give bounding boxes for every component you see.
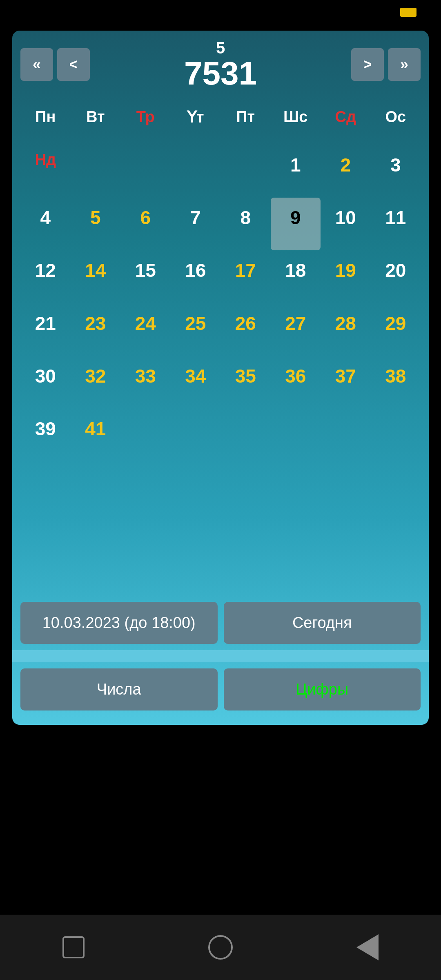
back-icon <box>356 934 379 960</box>
battery-icon <box>400 8 416 17</box>
day-cell[interactable]: 21 <box>20 303 71 356</box>
day-cell[interactable]: 25 <box>171 303 221 356</box>
weekday-header: Үт <box>171 102 221 145</box>
day-cell[interactable]: 30 <box>20 356 71 409</box>
next-next-button[interactable]: » <box>388 48 421 81</box>
day-cell[interactable]: 11 <box>371 198 421 250</box>
calendar-grid: ПнВтТрҮтПтШсСдОсНд1234567891011121415161… <box>20 102 421 492</box>
day-cell[interactable]: 7 <box>171 198 221 250</box>
day-cell[interactable]: 16 <box>171 250 221 303</box>
date-button[interactable]: 10.03.2023 (до 18:00) <box>20 602 218 644</box>
weekday-header: Пн <box>20 102 71 145</box>
home-icon <box>208 935 233 960</box>
day-cell <box>220 409 271 461</box>
day-cell[interactable]: 19 <box>321 250 371 303</box>
weekday-header: Вт <box>71 102 121 145</box>
weekday-header: Пт <box>220 102 271 145</box>
day-cell[interactable]: 28 <box>321 303 371 356</box>
today-button[interactable]: Сегодня <box>224 602 421 644</box>
day-cell[interactable]: 39 <box>20 409 71 461</box>
year-number: 7531 <box>184 57 257 90</box>
day-cell[interactable]: 37 <box>321 356 371 409</box>
day-cell <box>271 409 321 461</box>
digits-button[interactable]: Цифры <box>224 668 421 710</box>
day-cell[interactable]: 15 <box>120 250 171 303</box>
day-cell[interactable]: 38 <box>371 356 421 409</box>
home-button[interactable] <box>206 933 235 962</box>
weekday-header: Ос <box>371 102 421 145</box>
recent-apps-button[interactable] <box>59 933 88 962</box>
day-cell[interactable]: 24 <box>120 303 171 356</box>
bottom-area: 10.03.2023 (до 18:00) Сегодня Числа Цифр… <box>20 602 421 717</box>
header: « < 5 7531 > » <box>20 39 421 90</box>
left-nav-buttons: « < <box>20 48 90 81</box>
day-cell[interactable]: 9 <box>271 198 321 250</box>
day-cell <box>71 145 121 198</box>
recent-apps-icon <box>62 936 85 958</box>
day-cell[interactable]: 27 <box>271 303 321 356</box>
day-cell <box>220 145 271 198</box>
day-cell[interactable]: 14 <box>71 250 121 303</box>
day-cell <box>371 409 421 461</box>
day-cell <box>321 409 371 461</box>
day-cell[interactable]: 10 <box>321 198 371 250</box>
day-cell[interactable]: 6 <box>120 198 171 250</box>
day-cell[interactable]: 8 <box>220 198 271 250</box>
day-cell <box>20 461 71 492</box>
app-container: « < 5 7531 > » ПнВтТрҮтПтШсСдОсНд1234567… <box>12 31 429 725</box>
day-cell <box>120 409 171 461</box>
day-cell[interactable]: 3 <box>371 145 421 198</box>
day-cell[interactable]: 23 <box>71 303 121 356</box>
numbers-button[interactable]: Числа <box>20 668 218 710</box>
back-button[interactable] <box>353 933 382 962</box>
day-cell[interactable]: 34 <box>171 356 221 409</box>
day-cell[interactable]: 1 <box>271 145 321 198</box>
day-cell[interactable]: 5 <box>71 198 121 250</box>
navigation-bar <box>0 915 441 980</box>
status-bar <box>0 0 441 24</box>
day-cell[interactable]: 12 <box>20 250 71 303</box>
weekday-header: Нд <box>20 145 71 198</box>
day-cell <box>171 409 221 461</box>
prev-button[interactable]: < <box>57 48 90 81</box>
day-cell[interactable]: 2 <box>321 145 371 198</box>
day-cell[interactable]: 32 <box>71 356 121 409</box>
day-cell <box>171 145 221 198</box>
prev-prev-button[interactable]: « <box>20 48 53 81</box>
weekday-header: Сд <box>321 102 371 145</box>
day-cell[interactable]: 20 <box>371 250 421 303</box>
weekday-header: Шс <box>271 102 321 145</box>
right-nav-buttons: > » <box>351 48 421 81</box>
month-number: 5 <box>216 39 225 57</box>
bottom-row-2: Числа Цифры <box>20 668 421 710</box>
separator-bar <box>12 650 429 662</box>
day-cell[interactable]: 29 <box>371 303 421 356</box>
day-cell[interactable]: 35 <box>220 356 271 409</box>
day-cell[interactable]: 17 <box>220 250 271 303</box>
day-cell[interactable]: 26 <box>220 303 271 356</box>
day-cell[interactable]: 41 <box>71 409 121 461</box>
day-cell[interactable]: 33 <box>120 356 171 409</box>
day-cell[interactable]: 4 <box>20 198 71 250</box>
bottom-row-1: 10.03.2023 (до 18:00) Сегодня <box>20 602 421 644</box>
weekday-header: Тр <box>120 102 171 145</box>
next-button[interactable]: > <box>351 48 384 81</box>
day-cell[interactable]: 18 <box>271 250 321 303</box>
header-center: 5 7531 <box>90 39 351 90</box>
day-cell <box>120 145 171 198</box>
day-cell[interactable]: 36 <box>271 356 321 409</box>
